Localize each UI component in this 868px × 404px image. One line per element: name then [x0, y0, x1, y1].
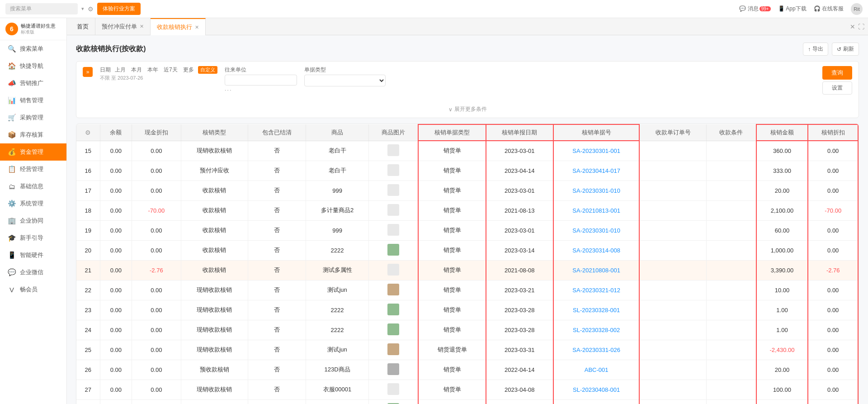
- cancel-bill-no[interactable]: SA-20230301-001: [553, 141, 639, 161]
- col-cancel-bill-date-header: 核销单报日期: [486, 124, 553, 141]
- sidebar-item-system[interactable]: ⚙️ 系统管理: [0, 195, 66, 212]
- col-receipt-condition-header: 收款条件: [707, 124, 756, 141]
- cash-discount: 0.00: [132, 181, 181, 200]
- balance: 0.00: [100, 161, 132, 181]
- filter-expand-button[interactable]: »: [83, 67, 93, 77]
- tab-close-all-icon[interactable]: ✕: [850, 23, 855, 30]
- export-button[interactable]: ↑ 导出: [803, 43, 828, 56]
- sidebar-item-wechat[interactable]: 💬 企业微信: [0, 264, 66, 281]
- sidebar-label-hardware: 智能硬件: [20, 251, 43, 259]
- partner-more-icon[interactable]: ···: [225, 86, 232, 93]
- messages-label: 消息: [748, 5, 759, 12]
- refresh-button[interactable]: ↺ 刷新: [832, 43, 859, 56]
- cancel-type: 现销收款核销: [181, 399, 248, 404]
- cancel-bill-no-link[interactable]: SL-20230408-001: [573, 386, 620, 393]
- settings-icon[interactable]: ⚙: [88, 5, 94, 13]
- sidebar-item-hardware[interactable]: 📱 智能硬件: [0, 247, 66, 264]
- expand-more-btn[interactable]: ∨ 展开更多条件: [448, 105, 487, 113]
- top-bar: 搜索菜单 ▾ ⚙ 体验行业方案 💬 消息99+ 📱 App下载 🎧 在线客服 R…: [0, 0, 868, 18]
- cancel-bill-no-link[interactable]: SA-20210808-001: [572, 267, 620, 274]
- messages-btn[interactable]: 💬 消息99+: [739, 5, 770, 13]
- cancel-bill-no[interactable]: SA-20230414-017: [553, 161, 639, 181]
- sidebar-item-search[interactable]: 🔍 搜索菜单: [0, 40, 66, 57]
- tab-home[interactable]: 首页: [71, 18, 95, 35]
- tab-expand-icon[interactable]: ⛶: [858, 23, 864, 30]
- cancel-bill-no[interactable]: SA-20230301-010: [553, 181, 639, 200]
- logo-version: 标准版: [21, 29, 56, 35]
- cancel-bill-date: 2023-04-08: [486, 380, 553, 399]
- goods-img-cell: [369, 240, 419, 260]
- cancel-bill-no[interactable]: SL-20230408-001: [553, 380, 639, 399]
- sidebar-item-member[interactable]: V 畅会员: [0, 281, 66, 298]
- cancel-bill-no[interactable]: ABC-001: [553, 360, 639, 380]
- sidebar-item-sales[interactable]: 📊 销售管理: [0, 92, 66, 109]
- tab-prepay-close-icon[interactable]: ✕: [140, 24, 144, 29]
- tab-receipt[interactable]: 收款核销执行 ✕: [151, 18, 206, 35]
- cancel-bill-no-link[interactable]: ABC-001: [585, 366, 609, 373]
- cancel-bill-no[interactable]: SA-20210808-001: [553, 260, 639, 280]
- dropdown-arrow-icon[interactable]: ▾: [81, 6, 84, 12]
- app-download-btn[interactable]: 📱 App下载: [778, 5, 807, 13]
- cancel-bill-no-link[interactable]: SL-20230328-002: [573, 327, 620, 333]
- cancel-bill-no-link[interactable]: SA-20230301-010: [572, 227, 620, 234]
- filter-this-month[interactable]: 本月: [130, 66, 143, 74]
- hardware-icon: 📱: [7, 251, 16, 259]
- cancel-bill-no-link[interactable]: SA-20230321-012: [572, 287, 620, 294]
- cash-discount: 0.00: [132, 380, 181, 399]
- cancel-bill-no-link[interactable]: SA-20210813-001: [572, 207, 620, 214]
- cancel-bill-date: 2023-04-18: [486, 399, 553, 404]
- bill-type-select[interactable]: [304, 75, 386, 86]
- filter-more[interactable]: 更多: [182, 66, 195, 74]
- filter-last-month[interactable]: 上月: [113, 66, 127, 74]
- cancel-bill-no[interactable]: SA-20230321-012: [553, 280, 639, 300]
- home-icon: 🏠: [7, 62, 16, 70]
- receipt-order-no: [639, 181, 707, 200]
- cancel-bill-no-link[interactable]: SA-20230331-026: [572, 347, 620, 353]
- logo-icon: 6: [5, 23, 18, 35]
- cancel-bill-no-link[interactable]: SA-20230414-017: [572, 167, 620, 174]
- goods-img-cell: [369, 161, 419, 181]
- query-button[interactable]: 查询: [822, 66, 852, 80]
- enterprise-icon: 🏢: [7, 217, 16, 225]
- cancel-bill-date: 2021-08-13: [486, 200, 553, 220]
- sidebar: 6 畅捷通谱好生意 标准版 🔍 搜索菜单 🏠 快捷导航 📣 营销推广 📊 销售管…: [0, 18, 67, 404]
- sidebar-item-inventory[interactable]: 📦 库存核算: [0, 126, 66, 143]
- cancel-bill-no-link[interactable]: SA-20230301-010: [572, 187, 620, 194]
- settings-button[interactable]: 设置: [822, 81, 852, 95]
- cancel-bill-no[interactable]: SL-20230328-002: [553, 320, 639, 340]
- sidebar-item-guide[interactable]: 🎓 新手引导: [0, 229, 66, 247]
- cancel-bill-no-link[interactable]: SA-20230314-008: [572, 247, 620, 254]
- sidebar-item-basic[interactable]: 🗂 基础信息: [0, 178, 66, 195]
- online-service-btn[interactable]: 🎧 在线客服: [814, 5, 844, 13]
- goods-img-cell: [369, 360, 419, 380]
- column-settings-icon[interactable]: ⚙: [85, 129, 91, 136]
- cancel-bill-no-link[interactable]: SA-20230301-001: [572, 147, 620, 154]
- cancel-bill-no[interactable]: SA-20210813-001: [553, 200, 639, 220]
- tab-prepay[interactable]: 预付冲应付单 ✕: [95, 18, 151, 35]
- sidebar-label-wechat: 企业微信: [20, 268, 43, 276]
- sidebar-item-finance[interactable]: 💰 资金管理: [0, 143, 66, 161]
- cancel-bill-no-link[interactable]: SL-20230328-001: [573, 307, 620, 314]
- sidebar-item-shortcut[interactable]: 🏠 快捷导航: [0, 57, 66, 75]
- filter-7days[interactable]: 近7天: [162, 66, 179, 74]
- sidebar-item-purchase[interactable]: 🛒 采购管理: [0, 109, 66, 126]
- trial-button[interactable]: 体验行业方案: [97, 3, 141, 15]
- search-box[interactable]: 搜索菜单: [5, 3, 78, 14]
- cancel-bill-no[interactable]: SA-20230314-008: [553, 240, 639, 260]
- cancel-bill-no[interactable]: SL-20230328-001: [553, 300, 639, 320]
- avatar[interactable]: Rit: [851, 3, 863, 15]
- partner-input[interactable]: [225, 75, 297, 86]
- tab-receipt-close-icon[interactable]: ✕: [195, 24, 199, 30]
- partner-label: 往来单位: [225, 66, 246, 74]
- cancel-bill-no[interactable]: SA-20230331-026: [553, 340, 639, 360]
- cancel-bill-no[interactable]: SA-20230301-010: [553, 220, 639, 240]
- col-settings-header[interactable]: ⚙: [76, 124, 100, 141]
- filter-custom-btn[interactable]: 自定义: [198, 66, 217, 74]
- sidebar-item-enterprise[interactable]: 🏢 企业协同: [0, 212, 66, 229]
- cancel-bill-no[interactable]: SL-20230418-001: [553, 399, 639, 404]
- sidebar-item-operations[interactable]: 📋 经营管理: [0, 161, 66, 178]
- sidebar-item-marketing[interactable]: 📣 营销推广: [0, 75, 66, 92]
- filter-this-year[interactable]: 本年: [146, 66, 160, 74]
- goods-img-cell: [369, 260, 419, 280]
- cancel-discount: 0.00: [808, 300, 858, 320]
